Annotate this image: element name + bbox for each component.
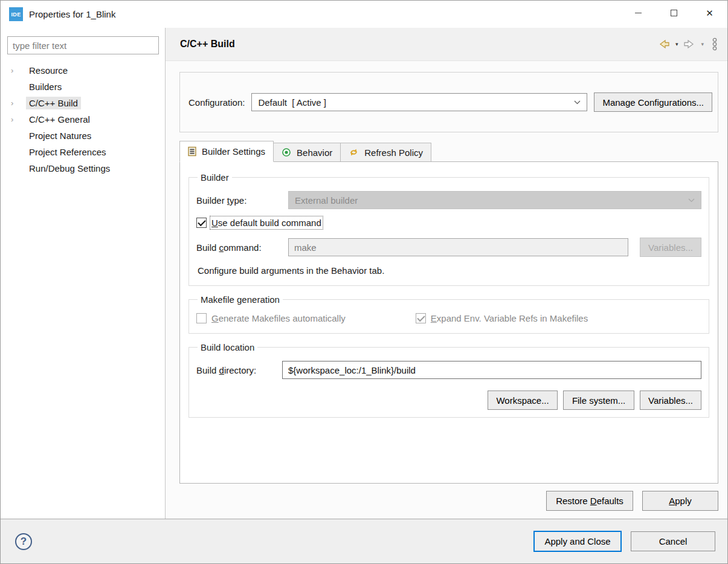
refresh-policy-icon xyxy=(349,147,359,157)
builder-settings-icon xyxy=(188,146,196,157)
makefile-generation-group: Makefile generation Generate Makefiles a… xyxy=(188,294,709,334)
chevron-right-icon[interactable]: › xyxy=(11,115,26,123)
properties-dialog: IDE Properties for 1_Blink ✕ › Resource … xyxy=(0,0,728,564)
configuration-label: Configuration: xyxy=(188,97,245,108)
chevron-right-icon[interactable]: › xyxy=(11,66,26,74)
cancel-button[interactable]: Cancel xyxy=(631,531,715,551)
back-history-dropdown-icon[interactable]: ▾ xyxy=(675,41,678,47)
builder-type-select: External builder xyxy=(288,191,701,209)
title-bar: IDE Properties for 1_Blink ✕ xyxy=(1,1,727,28)
minimize-button[interactable] xyxy=(620,1,656,25)
build-command-variables-button: Variables... xyxy=(640,238,701,257)
builder-group-legend: Builder xyxy=(198,172,232,183)
build-directory-input[interactable] xyxy=(282,361,701,379)
build-location-variables-button[interactable]: Variables... xyxy=(640,391,701,410)
generate-makefiles-label: Generate Makefiles automatically xyxy=(211,313,346,323)
forward-arrow-icon[interactable] xyxy=(683,39,695,49)
close-icon: ✕ xyxy=(706,8,714,18)
use-default-build-command-label[interactable]: Use default build command xyxy=(211,218,321,228)
properties-sidebar: › Resource Builders › C/C++ Build › C/C+… xyxy=(1,28,166,519)
tree-item-ccpp-general[interactable]: › C/C++ General xyxy=(1,111,165,128)
tab-behavior[interactable]: Behavior xyxy=(273,143,341,161)
chevron-down-icon xyxy=(574,100,581,105)
apply-and-close-button[interactable]: Apply and Close xyxy=(533,531,622,552)
page-header: C/C++ Build ▾ ▾ xyxy=(166,28,727,61)
help-icon[interactable]: ? xyxy=(15,533,32,550)
tree-item-project-references[interactable]: Project References xyxy=(1,144,165,160)
page-title: C/C++ Build xyxy=(180,39,235,50)
behavior-icon xyxy=(282,147,291,157)
dialog-button-bar: ? Apply and Close Cancel xyxy=(1,519,727,563)
tree-item-project-natures[interactable]: Project Natures xyxy=(1,128,165,144)
restore-defaults-button[interactable]: Restore Defaults xyxy=(546,491,633,511)
apply-button[interactable]: Apply xyxy=(642,491,718,511)
view-menu-icon[interactable] xyxy=(712,37,718,51)
build-tabs: Builder Settings Behavior xyxy=(179,141,718,161)
page-content: C/C++ Build ▾ ▾ xyxy=(166,28,727,519)
minimize-icon xyxy=(635,13,642,13)
window-title: Properties for 1_Blink xyxy=(29,9,115,19)
tree-item-resource[interactable]: › Resource xyxy=(1,62,165,79)
configuration-panel: Configuration: Default [ Active ] Manage… xyxy=(179,72,718,132)
build-command-input: make xyxy=(288,238,628,256)
filter-input[interactable] xyxy=(7,36,159,54)
properties-tree: › Resource Builders › C/C++ Build › C/C+… xyxy=(1,62,165,177)
build-directory-label: Build directory: xyxy=(196,365,282,375)
build-location-group: Build location Build directory: Workspac… xyxy=(188,342,709,418)
builder-type-label: Builder type: xyxy=(196,195,288,206)
configuration-select[interactable]: Default [ Active ] xyxy=(251,93,587,111)
tree-item-builders[interactable]: Builders xyxy=(1,79,165,95)
forward-history-dropdown-icon[interactable]: ▾ xyxy=(701,41,704,47)
makefile-generation-legend: Makefile generation xyxy=(198,294,283,305)
close-button[interactable]: ✕ xyxy=(692,1,727,25)
tab-refresh-policy[interactable]: Refresh Policy xyxy=(340,143,431,161)
chevron-down-icon xyxy=(688,198,695,203)
tree-item-ccpp-build[interactable]: › C/C++ Build xyxy=(1,95,165,111)
tree-item-run-debug-settings[interactable]: Run/Debug Settings xyxy=(1,160,165,177)
chevron-right-icon[interactable]: › xyxy=(11,99,26,107)
maximize-icon xyxy=(671,10,677,16)
generate-makefiles-checkbox xyxy=(196,313,207,323)
use-default-build-command-checkbox[interactable] xyxy=(196,218,207,228)
expand-env-refs-label: Expand Env. Variable Refs in Makefiles xyxy=(431,313,588,323)
builder-note: Configure build arguments in the Behavio… xyxy=(198,265,701,276)
app-icon: IDE xyxy=(9,7,23,21)
build-command-label: Build command: xyxy=(196,242,288,253)
expand-env-refs-checkbox xyxy=(416,313,426,323)
build-location-legend: Build location xyxy=(198,342,257,352)
tab-builder-settings[interactable]: Builder Settings xyxy=(179,141,274,162)
back-arrow-icon[interactable] xyxy=(658,39,670,49)
workspace-button[interactable]: Workspace... xyxy=(488,391,558,410)
file-system-button[interactable]: File system... xyxy=(563,391,634,410)
builder-group: Builder Builder type: External builder U… xyxy=(188,172,709,286)
maximize-button[interactable] xyxy=(656,1,692,25)
manage-configurations-button[interactable]: Manage Configurations... xyxy=(594,92,712,112)
builder-settings-panel: Builder Builder type: External builder U… xyxy=(179,161,718,484)
